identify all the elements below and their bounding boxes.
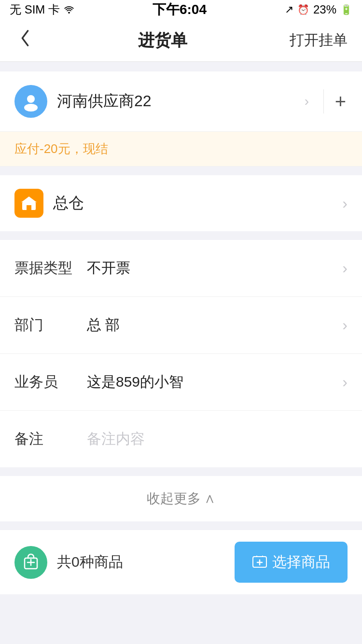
add-supplier-button[interactable]: + [323,89,348,113]
form-row-invoice[interactable]: 票据类型 不开票 › [0,240,362,297]
warehouse-chevron-icon: › [342,195,348,212]
supplier-name: 河南供应商22 [57,91,305,112]
select-product-label: 选择商品 [272,552,330,572]
invoice-chevron-icon: › [342,259,348,277]
form-row-salesperson[interactable]: 业务员 这是859的小智 › [0,354,362,411]
svg-point-2 [24,104,38,112]
svg-rect-5 [27,205,31,210]
invoice-label: 票据类型 [14,258,72,278]
supplier-avatar [14,85,47,118]
salesperson-value: 这是859的小智 [72,372,342,392]
alarm-icon: ⏰ [297,4,309,15]
form-row-remark[interactable]: 备注 备注内容 [0,411,362,467]
department-value: 总 部 [72,315,342,335]
supplier-row[interactable]: 河南供应商22 › + [0,71,362,132]
wifi-icon [64,3,74,16]
department-label: 部门 [14,315,72,335]
back-button[interactable] [14,24,36,56]
product-count-label: 共0种商品 [57,552,225,572]
status-bar: 无 SIM 卡 下午6:04 ↗ ⏰ 23% 🔋 [0,0,362,19]
remark-input[interactable]: 备注内容 [72,429,348,449]
section-gap-1 [0,62,362,71]
supplier-chevron-icon: › [305,94,309,109]
status-left: 无 SIM 卡 [10,2,74,17]
battery-icon: 🔋 [340,4,352,15]
time-label: 下午6:04 [153,0,207,19]
supplier-section: 河南供应商22 › + 应付-20元，现结 [0,71,362,167]
svg-point-0 [68,12,70,14]
warehouse-section[interactable]: 总仓 › [0,175,362,231]
warehouse-name: 总仓 [53,193,342,214]
alert-row: 应付-20元，现结 [0,132,362,167]
warehouse-icon [14,189,43,218]
alert-text: 应付-20元，现结 [14,141,108,156]
svg-point-1 [27,95,35,103]
section-gap-2 [0,167,362,175]
salesperson-label: 业务员 [14,372,72,392]
salesperson-chevron-icon: › [342,373,348,391]
page-background [0,594,362,644]
remark-label: 备注 [14,429,72,449]
carrier-label: 无 SIM 卡 [10,2,60,17]
invoice-value: 不开票 [72,258,342,278]
battery-label: 23% [313,3,336,16]
select-product-button[interactable]: 选择商品 [235,542,348,583]
nav-bar: 进货单 打开挂单 [0,19,362,62]
svg-marker-4 [21,196,37,202]
product-icon [14,546,47,579]
open-pending-button[interactable]: 打开挂单 [290,30,348,50]
collapse-button[interactable]: 收起更多 ∧ [0,476,362,521]
bottom-bar: 共0种商品 选择商品 [0,530,362,594]
status-right: ↗ ⏰ 23% 🔋 [285,3,352,16]
form-section: 票据类型 不开票 › 部门 总 部 › 业务员 这是859的小智 › 备注 备注… [0,240,362,467]
department-chevron-icon: › [342,316,348,334]
form-row-department[interactable]: 部门 总 部 › [0,297,362,354]
location-icon: ↗ [285,3,293,16]
page-title: 进货单 [138,29,187,52]
